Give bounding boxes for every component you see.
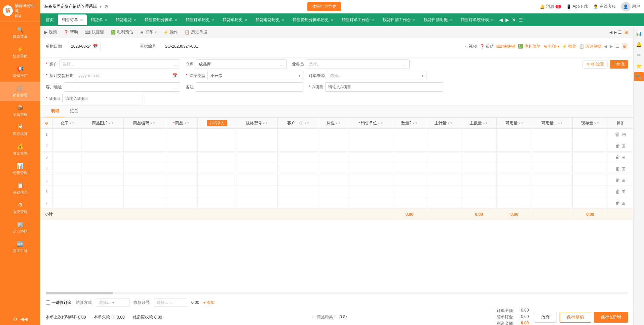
rp-chart-icon[interactable]: 📊 bbox=[634, 29, 644, 38]
scan-btn[interactable]: 扫码录入 bbox=[207, 120, 227, 126]
cell-spec-1[interactable] bbox=[236, 129, 277, 140]
tab-cash-workbench[interactable]: 钱货日清工作台 ✕ bbox=[379, 14, 420, 25]
toolbar-history[interactable]: 📋 历史单据 bbox=[185, 29, 207, 35]
toolbar-actions[interactable]: ⚡ 操作 bbox=[163, 29, 178, 35]
tab-close-icon[interactable]: ✕ bbox=[491, 18, 494, 22]
warehouse-more-icon[interactable]: ... bbox=[280, 62, 283, 67]
tab-close-icon[interactable]: ✕ bbox=[331, 18, 334, 22]
rp-bell-icon[interactable]: 🔔 bbox=[634, 40, 644, 49]
cell-unit-1[interactable] bbox=[348, 129, 393, 140]
action-icon-2[interactable]: ⚡ 操作 bbox=[562, 44, 576, 49]
online-support-item[interactable]: 👨‍💼 在线客服 bbox=[593, 4, 616, 9]
tab-sales-expense[interactable]: 销售费用分摊单 ✕ bbox=[141, 14, 182, 25]
cell-code-1[interactable] bbox=[123, 129, 165, 140]
tab-close-icon[interactable]: ✕ bbox=[80, 18, 83, 22]
delivery-calendar-icon[interactable]: 📅 bbox=[172, 73, 177, 78]
tab-home[interactable]: 首页 bbox=[42, 14, 58, 25]
sidebar-item-guide[interactable]: 🆕 新手引导 bbox=[0, 237, 40, 257]
sidebar-item-quick-nav[interactable]: ⚡ 快捷导航 bbox=[0, 43, 40, 62]
sidebar-item-system[interactable]: ⚙ 系统管理 bbox=[0, 198, 40, 218]
shortcuts-icon-2[interactable]: ⌨ 快捷键 bbox=[496, 44, 515, 49]
th-quantity2[interactable]: 数量2▲▼ bbox=[393, 118, 426, 129]
cell-warehouse-1[interactable] bbox=[53, 129, 82, 140]
tab-close-icon[interactable]: ✕ bbox=[372, 18, 375, 22]
delete-icon-3[interactable]: 🗑 bbox=[615, 155, 621, 160]
toolbar-help[interactable]: ❓ 帮助 bbox=[64, 29, 78, 35]
toolbar-print[interactable]: 🖨 打印 ▾ bbox=[140, 29, 157, 35]
th-stock[interactable]: 现存量▲▼ bbox=[572, 118, 608, 129]
help-icon-2[interactable]: ❓ 帮助 bbox=[480, 44, 494, 49]
prev-icon[interactable]: ◀ bbox=[604, 44, 607, 49]
tab-detail[interactable]: 明细 bbox=[46, 106, 65, 117]
account-placeholder[interactable]: 选择... bbox=[157, 300, 168, 306]
salesperson-placeholder[interactable]: 选择... bbox=[309, 62, 320, 67]
delete-icon-4[interactable]: 🗑 bbox=[615, 166, 621, 171]
scroll-thumb[interactable] bbox=[46, 292, 113, 294]
delete-icon-5[interactable]: 🗑 bbox=[615, 177, 621, 183]
tab-summary[interactable]: 汇总 bbox=[65, 106, 83, 117]
th-main-unit[interactable]: 主计量▲▼ bbox=[426, 118, 461, 129]
cell-stock-1[interactable] bbox=[572, 129, 608, 140]
copy-icon-1[interactable]: ⊞ bbox=[621, 132, 627, 137]
sidebar-item-inventory[interactable]: 🗄 库存核算 bbox=[0, 121, 40, 140]
th-product-code[interactable]: 商品编码▲▼ bbox=[123, 118, 165, 129]
account-more-icon[interactable]: ... bbox=[170, 300, 174, 305]
date-value[interactable]: 2023-03-24 bbox=[71, 44, 91, 49]
toolbar-grid-icon[interactable]: ☰ bbox=[618, 30, 622, 35]
copy-icon-7[interactable]: ⊞ bbox=[621, 200, 626, 206]
sidebar-item-finance[interactable]: 💰 资金管理 bbox=[0, 140, 40, 159]
toolbar-next-icon[interactable]: ▶ bbox=[614, 30, 617, 35]
toolbar-prev-icon[interactable]: ◀ bbox=[609, 30, 612, 35]
delete-icon-6[interactable]: 🗑 bbox=[615, 189, 621, 194]
tab-close-icon[interactable]: ✕ bbox=[105, 18, 108, 22]
sidebar-item-operations[interactable]: 📊 经营管理 bbox=[0, 159, 40, 179]
cell-avail-more-1[interactable] bbox=[532, 129, 572, 140]
tab-sales-stats[interactable]: 销售订单统计表 ✕ bbox=[457, 14, 498, 25]
th-spec[interactable]: 规格型号▲▼ bbox=[236, 118, 277, 129]
cell-actions-4[interactable]: 🗑⊞ bbox=[608, 163, 633, 174]
tab-close-icon[interactable]: ✕ bbox=[175, 18, 178, 22]
th-product[interactable]: *商品▲▼ bbox=[165, 118, 197, 129]
tab-close-icon[interactable]: ✕ bbox=[282, 18, 285, 22]
add-logistics-btn[interactable]: + 物流 bbox=[610, 60, 628, 69]
cell-attr-1[interactable] bbox=[319, 129, 348, 140]
tab-sales-order[interactable]: 销售订单 ✕ bbox=[58, 14, 87, 25]
delete-icon-2[interactable]: 🗑 bbox=[615, 143, 621, 149]
warehouse-value[interactable]: 成品库 bbox=[199, 62, 211, 67]
tab-return-history[interactable]: 销货退货历史 ✕ bbox=[252, 14, 289, 25]
one-click-checkbox[interactable] bbox=[46, 300, 50, 305]
cell-main-unit-1[interactable] bbox=[426, 129, 461, 140]
calendar-icon[interactable]: 📅 bbox=[93, 44, 98, 49]
print-icon-2[interactable]: 🖨 打印 ▾ bbox=[543, 44, 560, 49]
profit-icon-2[interactable]: 💹 毛利预估 bbox=[518, 44, 540, 49]
tab-close-icon[interactable]: ✕ bbox=[212, 18, 215, 22]
toolbar-shortcuts[interactable]: ⌨ 快捷键 bbox=[85, 29, 104, 35]
settlement-placeholder[interactable]: 选择... bbox=[99, 300, 110, 306]
sidebar-item-basic[interactable]: 📋 基础信息 bbox=[0, 179, 40, 198]
tab-next-btn[interactable]: ▶ bbox=[504, 16, 510, 24]
cell-main-qty-1[interactable] bbox=[461, 129, 496, 140]
settings-bottom-icon[interactable]: ⚙ bbox=[13, 316, 17, 322]
delivery-date-placeholder[interactable]: yyyy-mm-dd bbox=[79, 73, 101, 78]
th-main-qty[interactable]: 主数量▲▼ bbox=[461, 118, 496, 129]
copy-icon-4[interactable]: ⊞ bbox=[621, 166, 626, 171]
cell-cust-ref-1[interactable] bbox=[277, 129, 319, 140]
user-item[interactable]: 👤 用户 bbox=[621, 2, 640, 11]
address-more-icon[interactable]: ... bbox=[174, 85, 177, 89]
sidebar-item-sales[interactable]: 🛒 销售管理 bbox=[0, 82, 40, 101]
tab-cash-reconcile[interactable]: 钱货日清对账 ✕ bbox=[420, 14, 457, 25]
order-source-placeholder[interactable]: 选择... bbox=[330, 73, 341, 79]
b-project-input[interactable] bbox=[65, 96, 140, 101]
delete-icon-7[interactable]: 🗑 bbox=[615, 200, 621, 206]
cell-avail-1[interactable] bbox=[497, 129, 532, 140]
toolbar-table-icon[interactable]: ⊞ bbox=[623, 30, 629, 35]
cell-actions-1[interactable]: 🗑 ⊞ bbox=[608, 129, 633, 140]
tab-sales-return[interactable]: 销货退货 ✕ bbox=[112, 14, 141, 25]
tab-close-icon[interactable]: ✕ bbox=[413, 18, 416, 22]
app-download-item[interactable]: 📱 App下载 bbox=[566, 4, 588, 9]
toolbar-view[interactable]: ▶ 视频 bbox=[44, 29, 57, 35]
th-customer-ref[interactable]: 客户...ⓘ▲▼ bbox=[277, 118, 319, 129]
sidebar-item-search[interactable]: 🔍 搜索菜单 bbox=[0, 23, 40, 43]
salesperson-more-icon[interactable]: ... bbox=[403, 62, 407, 67]
save-draft-btn[interactable]: 保存草稿 bbox=[560, 312, 591, 323]
